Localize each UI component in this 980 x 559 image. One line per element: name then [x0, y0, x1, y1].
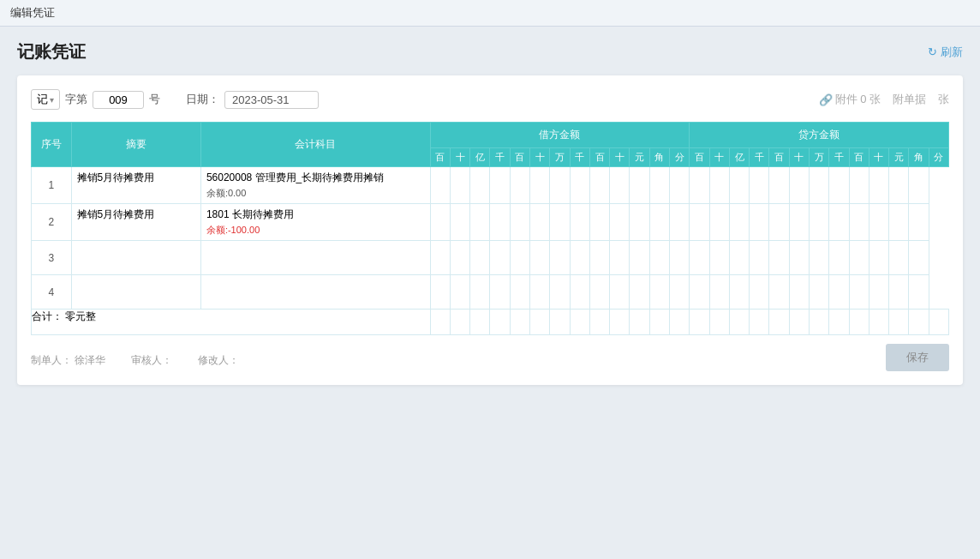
window-title-bar: 编辑凭证 — [0, 0, 980, 27]
refresh-label: 刷新 — [941, 45, 963, 60]
account-cell[interactable]: 1801 长期待摊费用 余额:-100.00 — [200, 204, 430, 241]
abstract-cell[interactable] — [71, 275, 200, 310]
refresh-icon: ↻ — [928, 45, 937, 58]
creator-field: 制单人： 徐泽华 — [31, 353, 105, 368]
chevron-down-icon: ▾ — [50, 95, 54, 105]
table-row: 4 — [32, 275, 949, 310]
window-title: 编辑凭证 — [10, 6, 55, 19]
modifier-label: 修改人： — [198, 354, 239, 366]
voucher-table: 序号 摘要 会计科目 借方金额 贷方金额 — [31, 122, 949, 335]
col-seq-header: 序号 — [32, 123, 72, 167]
summary-value: 零元整 — [65, 310, 96, 322]
main-container: 记账凭证 ↻ 刷新 记 ▾ 字第 号 日期： 🔗 — [0, 27, 980, 558]
attachment-label: 附件 — [835, 92, 858, 107]
reviewer-field: 审核人： — [131, 353, 172, 368]
col-account-header: 会计科目 — [200, 123, 430, 167]
ji-select[interactable]: 记 ▾ — [31, 89, 60, 110]
form-row: 记 ▾ 字第 号 日期： 🔗 附件 0 张 附单据 — [31, 89, 949, 110]
zhang-text: 张 — [938, 92, 949, 107]
attachment-count: 0 张 — [860, 92, 881, 107]
seq-cell: 4 — [32, 275, 72, 310]
voucher-card: 记 ▾ 字第 号 日期： 🔗 附件 0 张 附单据 — [17, 75, 963, 385]
reviewer-label: 审核人： — [131, 354, 172, 366]
attachment-area: 🔗 附件 0 张 — [819, 92, 881, 107]
summary-cell: 合计： 零元整 — [32, 310, 431, 335]
creator-label: 制单人： — [31, 354, 72, 366]
table-row: 3 — [32, 241, 949, 275]
date-label: 日期： — [186, 92, 219, 107]
abstract-cell[interactable]: 摊销5月待摊费用 — [71, 204, 200, 241]
table-row: 2 摊销5月待摊费用 1801 长期待摊费用 余额:-100.00 — [32, 204, 949, 241]
account-cell[interactable] — [200, 241, 430, 275]
page-header: 记账凭证 ↻ 刷新 — [17, 40, 963, 63]
modifier-field: 修改人： — [198, 353, 239, 368]
footer-info: 制单人： 徐泽华 审核人： 修改人： — [31, 345, 239, 368]
ji-value: 记 — [37, 92, 48, 107]
number-input[interactable] — [93, 91, 144, 109]
seq-cell: 2 — [32, 204, 72, 241]
account-cell[interactable]: 56020008 管理费用_长期待摊费用摊销 余额:0.00 — [200, 167, 430, 204]
col-abstract-header: 摘要 — [71, 123, 200, 167]
fj-label: 附单据 — [893, 93, 926, 105]
creator-value: 徐泽华 — [75, 354, 105, 366]
account-cell[interactable] — [200, 275, 430, 310]
seq-cell: 3 — [32, 241, 72, 275]
table-wrapper: 序号 摘要 会计科目 借方金额 贷方金额 — [31, 122, 949, 335]
summary-row: 合计： 零元整 — [32, 310, 949, 335]
col-debit-header: 借方金额 — [430, 123, 690, 148]
fj-button[interactable]: 附单据 — [893, 92, 926, 107]
col-credit-header: 贷方金额 — [690, 123, 949, 148]
zi-label: 字第 — [65, 92, 87, 107]
seq-cell: 1 — [32, 167, 72, 204]
summary-label: 合计： — [32, 310, 63, 322]
table-header-row-1: 序号 摘要 会计科目 借方金额 贷方金额 — [32, 123, 949, 148]
table-row: 1 摊销5月待摊费用 56020008 管理费用_长期待摊费用摊销 余额:0.0… — [32, 167, 949, 204]
abstract-cell[interactable]: 摊销5月待摊费用 — [71, 167, 200, 204]
date-field: 日期： — [169, 91, 319, 109]
attachment-icon: 🔗 — [819, 93, 833, 106]
right-actions: 🔗 附件 0 张 附单据 张 — [819, 92, 949, 107]
page-title: 记账凭证 — [17, 40, 86, 63]
date-input[interactable] — [224, 91, 319, 109]
save-button[interactable]: 保存 — [886, 344, 949, 371]
refresh-button[interactable]: ↻ 刷新 — [928, 45, 963, 60]
footer-area: 制单人： 徐泽华 审核人： 修改人： 保存 — [31, 335, 949, 371]
ji-field: 记 ▾ 字第 号 — [31, 89, 160, 110]
abstract-cell[interactable] — [71, 241, 200, 275]
hao-label: 号 — [149, 92, 160, 107]
